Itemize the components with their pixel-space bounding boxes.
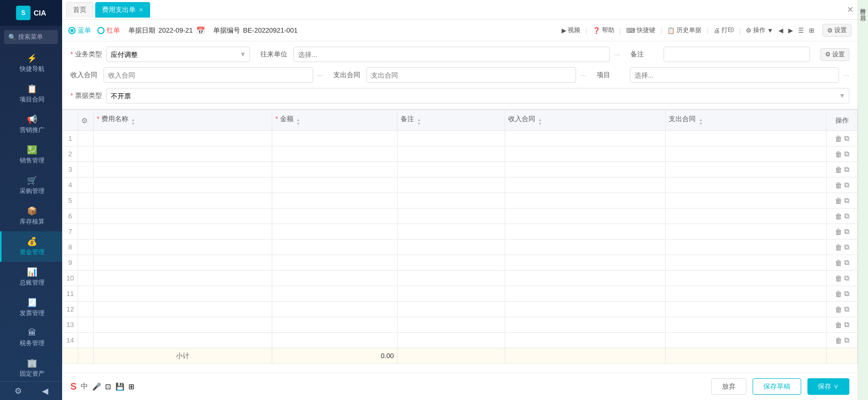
row-amount[interactable] — [272, 177, 397, 193]
settings-icon[interactable]: ⚙ — [14, 386, 22, 396]
row-amount[interactable] — [272, 302, 397, 317]
scan-icon[interactable]: ⊡ — [105, 382, 111, 391]
row-note[interactable] — [397, 131, 505, 146]
copy-row-button[interactable]: ⧉ — [844, 150, 849, 158]
row-note[interactable] — [397, 333, 505, 348]
history-button[interactable]: 📋历史单据 — [667, 26, 701, 35]
row-expense-name[interactable] — [94, 162, 272, 177]
discard-button[interactable]: 放弃 — [711, 378, 746, 395]
sort-icon[interactable]: ▲▼ — [296, 118, 300, 126]
copy-row-button[interactable]: ⧉ — [844, 227, 849, 236]
delete-row-button[interactable]: 🗑 — [835, 165, 842, 174]
row-amount[interactable] — [272, 255, 397, 271]
row-amount[interactable] — [272, 333, 397, 348]
list-view-button[interactable]: ☰ — [798, 27, 804, 34]
tab-expense-bill[interactable]: 费用支出单✕ — [95, 2, 150, 18]
prev-button[interactable]: ◀ — [778, 27, 783, 34]
form-settings-button[interactable]: ⚙ 设置 — [820, 48, 849, 61]
row-income-contract[interactable] — [505, 193, 666, 209]
row-expense-contract[interactable] — [666, 302, 827, 317]
copy-row-button[interactable]: ⧉ — [844, 258, 849, 267]
row-income-contract[interactable] — [505, 240, 666, 255]
row-amount[interactable] — [272, 240, 397, 255]
row-expense-contract[interactable] — [666, 240, 827, 255]
settings-button[interactable]: ⚙ 设置 — [822, 24, 851, 37]
sort-icon[interactable]: ▲▼ — [417, 118, 421, 126]
project-more-icon[interactable]: ··· — [843, 71, 849, 79]
row-expense-name[interactable] — [94, 209, 272, 224]
row-expense-name[interactable] — [94, 286, 272, 302]
grid-view-button[interactable]: ⊞ — [809, 27, 814, 34]
row-amount[interactable] — [272, 193, 397, 209]
sidebar-item-invoice[interactable]: 🧾发票管理 — [0, 292, 62, 323]
sort-icon[interactable]: ▲▼ — [699, 118, 703, 126]
delete-row-button[interactable]: 🗑 — [835, 181, 842, 189]
row-amount[interactable] — [272, 224, 397, 240]
save-icon[interactable]: 💾 — [115, 382, 124, 391]
row-expense-contract[interactable] — [666, 333, 827, 348]
row-expense-name[interactable] — [94, 317, 272, 333]
row-income-contract[interactable] — [505, 286, 666, 302]
expense-contract-more-icon[interactable]: ··· — [580, 71, 586, 79]
counterpart-more-icon[interactable]: ··· — [614, 50, 620, 58]
row-note[interactable] — [397, 286, 505, 302]
delete-row-button[interactable]: 🗑 — [835, 320, 842, 329]
sidebar-item-fixed-assets[interactable]: 🏢固定资产 — [0, 353, 62, 381]
row-expense-contract[interactable] — [666, 255, 827, 271]
row-expense-contract[interactable] — [666, 317, 827, 333]
grid-brand-icon[interactable]: ⊞ — [128, 382, 135, 391]
search-menu-button[interactable]: 🔍 搜索菜单 — [4, 30, 58, 44]
row-note[interactable] — [397, 224, 505, 240]
row-amount[interactable] — [272, 131, 397, 146]
help-button[interactable]: ❓帮助 — [593, 26, 614, 35]
row-income-contract[interactable] — [505, 302, 666, 317]
row-income-contract[interactable] — [505, 224, 666, 240]
save-draft-button[interactable]: 保存草稿 — [753, 378, 801, 395]
calendar-icon[interactable]: 📅 — [196, 26, 205, 35]
row-expense-name[interactable] — [94, 193, 272, 209]
copy-row-button[interactable]: ⧉ — [844, 181, 849, 189]
operate-button[interactable]: ⚙操作▼ — [746, 26, 773, 35]
copy-row-button[interactable]: ⧉ — [844, 196, 849, 205]
next-button[interactable]: ▶ — [788, 27, 793, 34]
sidebar-item-capital[interactable]: 💰资金管理 — [0, 231, 62, 262]
row-expense-name[interactable] — [94, 333, 272, 348]
row-expense-contract[interactable] — [666, 162, 827, 177]
copy-row-button[interactable]: ⧉ — [844, 243, 849, 251]
row-amount[interactable] — [272, 162, 397, 177]
row-income-contract[interactable] — [505, 271, 666, 286]
row-note[interactable] — [397, 255, 505, 271]
copy-row-button[interactable]: ⧉ — [844, 289, 849, 298]
row-income-contract[interactable] — [505, 146, 666, 162]
row-expense-name[interactable] — [94, 131, 272, 146]
delete-row-button[interactable]: 🗑 — [835, 336, 842, 345]
expense-contract-input[interactable] — [366, 67, 576, 83]
row-note[interactable] — [397, 146, 505, 162]
row-expense-contract[interactable] — [666, 131, 827, 146]
row-expense-contract[interactable] — [666, 286, 827, 302]
row-amount[interactable] — [272, 146, 397, 162]
delete-row-button[interactable]: 🗑 — [835, 196, 842, 205]
row-expense-contract[interactable] — [666, 193, 827, 209]
row-expense-name[interactable] — [94, 271, 272, 286]
sidebar-item-tax[interactable]: 🏛税务管理 — [0, 323, 62, 353]
invoice-type-select[interactable]: 不开票 — [106, 88, 849, 103]
sort-icon[interactable]: ▲▼ — [538, 118, 542, 126]
col-gear[interactable]: ⚙ — [78, 110, 94, 131]
sidebar-item-quick-nav[interactable]: ⚡快捷导航 — [0, 48, 62, 79]
row-expense-contract[interactable] — [666, 209, 827, 224]
row-note[interactable] — [397, 177, 505, 193]
copy-row-button[interactable]: ⧉ — [844, 320, 849, 329]
row-note[interactable] — [397, 317, 505, 333]
row-income-contract[interactable] — [505, 333, 666, 348]
blue-bill-radio[interactable]: 蓝单 — [68, 26, 91, 35]
row-note[interactable] — [397, 209, 505, 224]
red-bill-radio[interactable]: 红单 — [97, 26, 120, 35]
copy-row-button[interactable]: ⧉ — [844, 336, 849, 345]
copy-row-button[interactable]: ⧉ — [844, 274, 849, 283]
row-expense-name[interactable] — [94, 255, 272, 271]
row-note[interactable] — [397, 271, 505, 286]
sidebar-item-accounting[interactable]: 📊总账管理 — [0, 262, 62, 292]
income-contract-input[interactable] — [104, 67, 313, 83]
copy-row-button[interactable]: ⧉ — [844, 212, 849, 220]
